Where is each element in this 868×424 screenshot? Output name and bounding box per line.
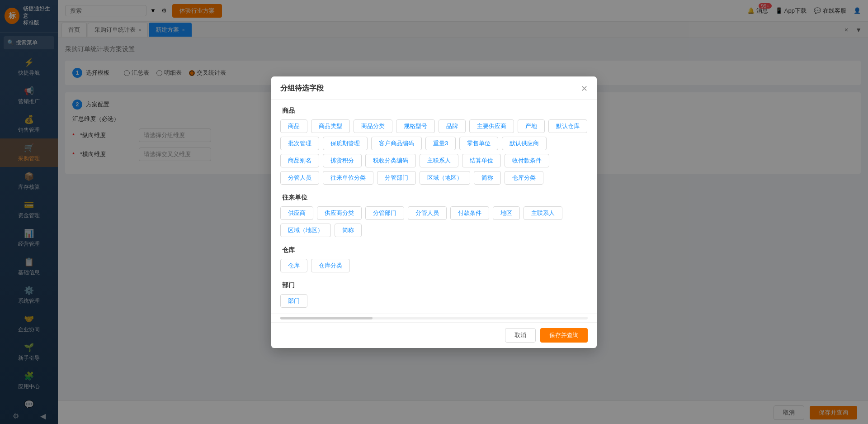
field-tag-0-18[interactable]: 结算单位 xyxy=(462,154,501,167)
field-tags-1: 供应商供应商分类分管部门分管人员付款条件地区主联系人区域（地区）简称 xyxy=(280,206,588,237)
field-tag-2-1[interactable]: 仓库分类 xyxy=(311,259,350,272)
field-tag-3-0[interactable]: 部门 xyxy=(280,294,307,308)
horizontal-scrollbar-thumb xyxy=(280,317,373,319)
field-tag-1-2[interactable]: 分管部门 xyxy=(365,206,404,220)
modal-scroll-area xyxy=(271,314,597,322)
modal-close-button[interactable]: ✕ xyxy=(581,84,588,94)
field-group-商品: 商品商品商品类型商品分类规格型号品牌主要供应商产地默认仓库批次管理保质期管理客户… xyxy=(280,107,588,185)
field-group-仓库: 仓库仓库仓库分类 xyxy=(280,246,588,272)
field-tag-0-19[interactable]: 收付款条件 xyxy=(505,154,549,167)
field-tag-0-2[interactable]: 商品分类 xyxy=(354,119,392,133)
field-group-title-2: 仓库 xyxy=(280,246,588,254)
cancel-button[interactable]: 取消 xyxy=(505,328,536,343)
field-tag-0-14[interactable]: 商品别名 xyxy=(280,154,319,167)
field-tag-0-10[interactable]: 客户商品编码 xyxy=(371,137,422,150)
field-tag-0-20[interactable]: 分管人员 xyxy=(280,171,319,185)
field-tag-1-8[interactable]: 简称 xyxy=(335,224,362,237)
field-tag-1-6[interactable]: 主联系人 xyxy=(524,206,562,220)
field-tag-0-24[interactable]: 简称 xyxy=(474,171,501,185)
field-group-部门: 部门部门 xyxy=(280,281,588,308)
field-tag-0-25[interactable]: 仓库分类 xyxy=(505,171,543,185)
field-tag-0-22[interactable]: 分管部门 xyxy=(377,171,416,185)
field-tags-0: 商品商品类型商品分类规格型号品牌主要供应商产地默认仓库批次管理保质期管理客户商品… xyxy=(280,119,588,185)
field-tag-0-4[interactable]: 品牌 xyxy=(439,119,466,133)
horizontal-scrollbar[interactable] xyxy=(280,317,588,319)
field-tag-0-23[interactable]: 区域（地区） xyxy=(420,171,470,185)
modal-overlay: 分组待选字段 ✕ 商品商品商品类型商品分类规格型号品牌主要供应商产地默认仓库批次… xyxy=(0,0,868,424)
field-tag-0-21[interactable]: 往来单位分类 xyxy=(323,171,373,185)
modal-header: 分组待选字段 ✕ xyxy=(271,76,597,100)
field-tag-1-7[interactable]: 区域（地区） xyxy=(280,224,331,237)
field-tag-1-4[interactable]: 付款条件 xyxy=(450,206,489,220)
field-tag-0-1[interactable]: 商品类型 xyxy=(311,119,350,133)
field-tag-1-1[interactable]: 供应商分类 xyxy=(317,206,362,220)
field-tag-1-0[interactable]: 供应商 xyxy=(280,206,313,220)
field-tag-0-11[interactable]: 重量3 xyxy=(425,137,456,150)
field-tag-1-5[interactable]: 地区 xyxy=(493,206,520,220)
field-tag-0-16[interactable]: 税收分类编码 xyxy=(365,154,416,167)
field-tag-0-3[interactable]: 规格型号 xyxy=(396,119,435,133)
save-query-button[interactable]: 保存并查询 xyxy=(540,328,588,343)
field-tag-0-6[interactable]: 产地 xyxy=(518,119,545,133)
field-tag-1-3[interactable]: 分管人员 xyxy=(408,206,447,220)
field-tag-0-7[interactable]: 默认仓库 xyxy=(548,119,587,133)
modal-title: 分组待选字段 xyxy=(280,84,324,93)
modal-footer: 取消 保存并查询 xyxy=(271,322,597,348)
field-group-title-0: 商品 xyxy=(280,107,588,115)
modal-body[interactable]: 商品商品商品类型商品分类规格型号品牌主要供应商产地默认仓库批次管理保质期管理客户… xyxy=(271,100,597,314)
field-select-modal: 分组待选字段 ✕ 商品商品商品类型商品分类规格型号品牌主要供应商产地默认仓库批次… xyxy=(271,76,597,348)
field-tag-0-5[interactable]: 主要供应商 xyxy=(469,119,514,133)
field-tag-0-9[interactable]: 保质期管理 xyxy=(323,137,368,150)
field-group-title-3: 部门 xyxy=(280,281,588,290)
field-tags-3: 部门 xyxy=(280,294,588,308)
field-tags-2: 仓库仓库分类 xyxy=(280,259,588,272)
field-tag-0-0[interactable]: 商品 xyxy=(280,119,307,133)
field-tag-0-13[interactable]: 默认供应商 xyxy=(502,137,547,150)
field-group-title-1: 往来单位 xyxy=(280,194,588,202)
field-tag-0-12[interactable]: 零售单位 xyxy=(459,137,498,150)
field-group-往来单位: 往来单位供应商供应商分类分管部门分管人员付款条件地区主联系人区域（地区）简称 xyxy=(280,194,588,237)
field-tag-0-15[interactable]: 拣货积分 xyxy=(323,154,362,167)
field-tag-0-8[interactable]: 批次管理 xyxy=(280,137,319,150)
field-tag-2-0[interactable]: 仓库 xyxy=(280,259,307,272)
field-tag-0-17[interactable]: 主联系人 xyxy=(420,154,458,167)
